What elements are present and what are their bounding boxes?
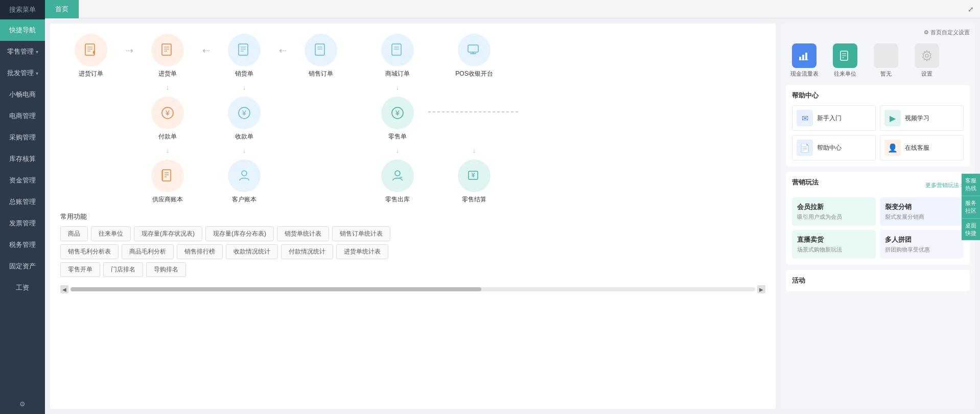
svg-text:¥: ¥ — [165, 109, 170, 117]
sidebar-item-label: 电商管理 — [9, 111, 36, 121]
tab-home[interactable]: 首页 — [45, 0, 79, 18]
node-supplier-ledger[interactable]: 供应商账本 — [137, 159, 198, 204]
func-btn-contacts[interactable]: 往来单位 — [91, 226, 131, 241]
expand-button[interactable]: ⤢ — [962, 5, 980, 13]
icon-contacts[interactable]: 往来单位 — [827, 43, 864, 78]
marketing-item-fission[interactable]: 裂变分销 裂式发展分销商 — [880, 197, 964, 226]
scroll-track[interactable] — [71, 287, 755, 291]
node-sales-bill[interactable]: 销货单 — [214, 34, 275, 78]
float-btn-desktop[interactable]: 桌面快捷 — [962, 218, 980, 240]
marketing-more-link[interactable]: 更多营销玩法 > — [925, 181, 964, 189]
scroll-right-button[interactable]: ▶ — [757, 285, 765, 293]
activity-title: 活动 — [792, 276, 964, 285]
node-retail-settlement[interactable]: ¥ 零售结算 — [444, 159, 505, 204]
marketing-card: 营销玩法 更多营销玩法 > 会员拉新 吸引用户成为会员 裂变分销 裂式发展分销商… — [786, 172, 970, 265]
func-row-1: 商品 往来单位 现存量(库存状况表) 现存量(库存分布表) 销货单统计表 销售订… — [60, 226, 765, 241]
func-btn-stock-dist[interactable]: 现存量(库存分布表) — [205, 226, 274, 241]
sidebar-item-quick-nav[interactable]: 快捷导航 — [0, 19, 45, 41]
marketing-item-group[interactable]: 多人拼团 拼团购物享受优惠 — [880, 230, 964, 259]
func-btn-sales-order-stats[interactable]: 销售订单统计表 — [332, 226, 390, 241]
sidebar-item-purchase-mgmt[interactable]: 采购管理 — [0, 127, 45, 148]
func-btn-sales-stats[interactable]: 销货单统计表 — [277, 226, 329, 241]
sidebar-item-label: 工资 — [16, 283, 29, 292]
node-sales-order[interactable]: 销售订单 — [290, 34, 352, 78]
func-btn-store-rank[interactable]: 门店排名 — [103, 262, 143, 277]
node-payment-bill[interactable]: ¥ 付款单 — [137, 97, 198, 141]
node-purchase-bill[interactable]: 进货单 — [137, 34, 198, 78]
sidebar-item-ecommerce-mgmt[interactable]: 电商管理 — [0, 105, 45, 127]
sidebar-item-label: 固定资产 — [9, 262, 36, 271]
member-title: 会员拉新 — [797, 202, 871, 212]
func-btn-purchase-stats[interactable]: 进货单统计表 — [336, 244, 388, 259]
func-btn-goods[interactable]: 商品 — [60, 226, 88, 241]
help-item-service[interactable]: 👤 在线客服 — [880, 135, 964, 160]
arrow-down-icon: ↓ — [243, 146, 246, 154]
node-label: 零售出库 — [385, 195, 410, 204]
sidebar-item-label: 小畅电商 — [9, 90, 36, 99]
marketing-item-member[interactable]: 会员拉新 吸引用户成为会员 — [792, 197, 876, 226]
svg-point-46 — [925, 54, 928, 57]
cashflow-label: 现金流量表 — [790, 70, 819, 78]
live-title: 直播卖货 — [797, 235, 871, 244]
node-retail-outbound[interactable]: 零售出库 — [367, 159, 428, 204]
sidebar-item-general-ledger[interactable]: 总账管理 — [0, 191, 45, 213]
func-btn-payment-stats[interactable]: 付款情况统计 — [281, 244, 333, 259]
homepage-settings-link[interactable]: ⚙ 首页自定义设置 — [924, 29, 970, 36]
arrow-down-icon: ↓ — [473, 146, 476, 154]
marketing-item-live[interactable]: 直播卖货 场景式购物新玩法 — [792, 230, 876, 259]
icon-settings[interactable]: 设置 — [908, 43, 945, 78]
sidebar-item-payroll[interactable]: 工资 — [0, 277, 45, 298]
sidebar-item-capital-mgmt[interactable]: 资金管理 — [0, 170, 45, 191]
node-receipt-bill[interactable]: ¥ 收款单 — [214, 97, 275, 141]
marketing-grid: 会员拉新 吸引用户成为会员 裂变分销 裂式发展分销商 直播卖货 场景式购物新玩法… — [792, 197, 964, 259]
sidebar-item-retail-mgmt[interactable]: 零售管理 ▾ — [0, 41, 45, 62]
sidebar-settings-icon[interactable]: ⚙ — [0, 394, 45, 414]
sidebar-item-inventory[interactable]: 库存核算 — [0, 148, 45, 170]
svg-rect-8 — [239, 44, 248, 55]
help-icon: 📄 — [797, 140, 813, 156]
func-btn-sales-gross[interactable]: 销售毛利分析表 — [60, 244, 119, 259]
func-btn-guide-rank[interactable]: 导购排名 — [146, 262, 186, 277]
arrow-left-icon: ⇠ — [202, 45, 210, 56]
main-area: 首页 ⤢ 进货订单 ⇢ — [45, 0, 980, 414]
help-item-newbie[interactable]: ✉ 新手入门 — [792, 105, 876, 131]
sidebar-search[interactable]: 搜索菜单 — [0, 0, 45, 19]
sidebar-item-fixed-assets[interactable]: 固定资产 — [0, 256, 45, 277]
func-btn-sales-rank[interactable]: 销售排行榜 — [177, 244, 223, 259]
none-icon — [874, 43, 898, 68]
sidebar-item-invoice-mgmt[interactable]: 发票管理 — [0, 213, 45, 234]
func-btn-goods-gross[interactable]: 商品毛利分析 — [122, 244, 174, 259]
func-btn-retail-order[interactable]: 零售开单 — [60, 262, 100, 277]
sales-order-icon — [305, 34, 337, 66]
func-row-3: 零售开单 门店排名 导购排名 — [60, 262, 765, 277]
scroll-bar: ◀ ▶ — [60, 285, 765, 293]
contacts-label: 往来单位 — [834, 70, 856, 78]
fission-sub: 裂式发展分销商 — [885, 213, 959, 221]
sidebar-item-tax-mgmt[interactable]: 税务管理 — [0, 234, 45, 256]
func-btn-stock-status[interactable]: 现存量(库存状况表) — [134, 226, 202, 241]
sidebar-item-ecommerce-light[interactable]: 小畅电商 — [0, 84, 45, 105]
settings-icon — [915, 43, 939, 68]
node-customer-ledger[interactable]: 客户账本 — [214, 159, 275, 204]
node-purchase-order[interactable]: 进货订单 — [60, 34, 122, 78]
node-pos[interactable]: POS收银开台 — [444, 34, 505, 78]
arrow-right-icon: ⇢ — [126, 45, 133, 56]
arrow-left-icon: ⇠ — [279, 45, 287, 56]
customer-ledger-icon — [228, 159, 261, 192]
node-retail-bill[interactable]: ¥ 零售单 — [367, 97, 428, 141]
func-btn-receipt-stats[interactable]: 收款情况统计 — [226, 244, 278, 259]
svg-text:¥: ¥ — [395, 109, 400, 117]
sidebar-item-wholesale-mgmt[interactable]: 批发管理 ▾ — [0, 62, 45, 84]
help-item-help[interactable]: 📄 帮助中心 — [792, 135, 876, 160]
payment-bill-icon: ¥ — [151, 97, 184, 129]
arrow-down-icon: ↓ — [166, 83, 170, 91]
video-icon: ▶ — [884, 110, 901, 126]
node-mall-order[interactable]: 商城订单 — [367, 34, 428, 78]
float-btn-customer-service[interactable]: 客服热线 — [962, 174, 980, 196]
float-btn-community[interactable]: 服务社区 — [962, 196, 980, 219]
help-item-video[interactable]: ▶ 视频学习 — [880, 105, 964, 131]
sidebar: 搜索菜单 快捷导航 零售管理 ▾ 批发管理 ▾ 小畅电商 电商管理 采购管理 库… — [0, 0, 45, 414]
scroll-left-button[interactable]: ◀ — [60, 285, 68, 293]
icon-cashflow[interactable]: 现金流量表 — [786, 43, 823, 78]
sidebar-item-label: 快捷导航 — [9, 26, 36, 35]
